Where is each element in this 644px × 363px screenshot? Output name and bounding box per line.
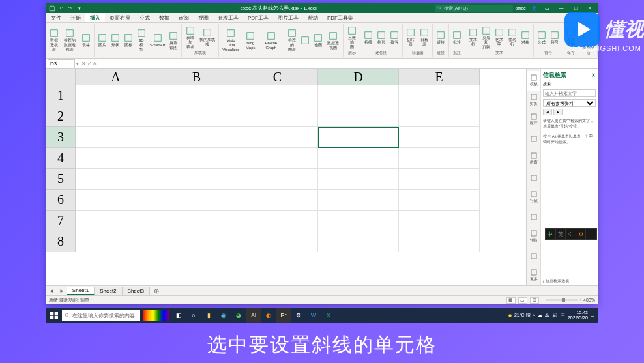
ribbon-options-icon[interactable]: ▭ bbox=[540, 3, 553, 13]
spine-item-5[interactable] bbox=[527, 169, 540, 188]
normal-view-button[interactable]: ▦ bbox=[506, 297, 516, 304]
zoom-level[interactable]: 400% bbox=[583, 298, 595, 302]
cell-B7[interactable] bbox=[156, 211, 237, 231]
row-header-5[interactable]: 5 bbox=[46, 169, 76, 190]
start-button[interactable] bbox=[46, 308, 62, 323]
ribbon-tab-5[interactable]: 数据 bbox=[154, 13, 174, 22]
cell-C3[interactable] bbox=[237, 127, 318, 148]
cancel-formula-icon[interactable]: ✕ bbox=[81, 61, 86, 66]
ribbon-button-0-2[interactable]: 表格 bbox=[80, 25, 92, 56]
col-header-C[interactable]: C bbox=[237, 69, 318, 85]
taskbar-app-wechat[interactable]: ◕ bbox=[231, 308, 246, 323]
task-pane-close-icon[interactable]: ✕ bbox=[591, 72, 596, 78]
cell-E5[interactable] bbox=[399, 169, 480, 190]
ribbon-button-1-4[interactable]: SmartArt bbox=[149, 25, 167, 56]
cell-C8[interactable] bbox=[237, 231, 318, 252]
zoom-out-button[interactable]: − bbox=[542, 298, 544, 302]
ribbon-button-1-0[interactable]: 图片 bbox=[96, 25, 108, 56]
qat-dropdown-icon[interactable]: ▾ bbox=[76, 5, 83, 12]
cell-B3[interactable] bbox=[156, 127, 237, 148]
ribbon-button-0-0[interactable]: 数据透视表 bbox=[48, 25, 60, 56]
ribbon-button-10-2[interactable]: 艺术字 bbox=[493, 25, 505, 50]
ribbon-button-7-0[interactable]: 切片器 bbox=[405, 25, 417, 50]
cell-D3[interactable] bbox=[318, 127, 399, 148]
cell-C6[interactable] bbox=[237, 190, 318, 211]
taskbar-app-cortana[interactable]: ○ bbox=[186, 308, 201, 323]
row-header-6[interactable]: 6 bbox=[46, 190, 76, 211]
name-box[interactable]: D3 bbox=[48, 59, 75, 68]
row-header-2[interactable]: 2 bbox=[46, 106, 76, 127]
spine-item-9[interactable] bbox=[527, 246, 540, 266]
taskbar-search[interactable]: 在这里输入你要搜索的内容 bbox=[62, 310, 140, 321]
cell-C2[interactable] bbox=[237, 106, 318, 127]
search-box[interactable]: 搜索(Alt+Q) bbox=[435, 5, 513, 12]
col-header-D[interactable]: D bbox=[318, 69, 399, 85]
spine-item-2[interactable]: 医疗 bbox=[527, 110, 540, 130]
ribbon-tab-0[interactable]: 文件 bbox=[46, 13, 66, 22]
task-pane-back-button[interactable]: ◄ bbox=[543, 109, 552, 115]
cell-A5[interactable] bbox=[76, 169, 156, 190]
page-break-view-button[interactable]: ⊞ bbox=[530, 297, 539, 304]
cell-A3[interactable] bbox=[76, 127, 156, 148]
zoom-in-button[interactable]: + bbox=[579, 298, 582, 302]
ribbon-tab-1[interactable]: 开始 bbox=[66, 13, 85, 22]
cell-E7[interactable] bbox=[399, 211, 480, 231]
ribbon-button-10-0[interactable]: 文本框 bbox=[467, 25, 479, 50]
sheet-nav-next-icon[interactable]: ► bbox=[57, 288, 67, 294]
zoom-slider[interactable] bbox=[546, 299, 578, 301]
ime-toolbar[interactable]: 中英☾⚙ bbox=[545, 228, 597, 240]
formula-input[interactable] bbox=[100, 59, 598, 68]
ribbon-button-9-0[interactable]: 批注 bbox=[451, 25, 463, 50]
cell-A7[interactable] bbox=[76, 211, 156, 231]
taskbar-widget[interactable] bbox=[143, 310, 169, 321]
ime-button-3[interactable]: ⚙ bbox=[576, 229, 587, 239]
taskbar-app-word[interactable]: W bbox=[306, 308, 321, 323]
tray-chevron-icon[interactable]: ^ bbox=[533, 313, 535, 318]
task-pane-source-select[interactable]: 所有参考资料 bbox=[543, 99, 596, 107]
taskbar-app-explorer[interactable]: ▮ bbox=[201, 308, 216, 323]
cell-D1[interactable] bbox=[318, 85, 399, 106]
cell-D6[interactable] bbox=[318, 190, 399, 211]
ribbon-tab-4[interactable]: 公式 bbox=[135, 13, 154, 22]
cell-B8[interactable] bbox=[156, 231, 237, 252]
ribbon-button-1-3[interactable]: 3D 模型 bbox=[136, 25, 147, 56]
taskbar-app-1[interactable]: Al bbox=[246, 308, 261, 323]
cell-D8[interactable] bbox=[318, 231, 399, 252]
select-all-corner[interactable] bbox=[46, 69, 76, 85]
ribbon-button-4-1[interactable] bbox=[299, 25, 311, 56]
row-header-8[interactable]: 8 bbox=[46, 231, 76, 252]
cell-A1[interactable] bbox=[76, 85, 156, 106]
taskbar-app-excel[interactable]: X bbox=[321, 308, 336, 323]
cell-A2[interactable] bbox=[76, 106, 156, 127]
cell-A4[interactable] bbox=[76, 148, 156, 169]
undo-icon[interactable]: ↶ bbox=[58, 5, 65, 12]
page-layout-view-button[interactable]: ▭ bbox=[518, 297, 527, 304]
cell-C7[interactable] bbox=[237, 211, 318, 231]
cell-E8[interactable] bbox=[399, 231, 480, 252]
save-icon[interactable] bbox=[49, 5, 55, 12]
row-header-4[interactable]: 4 bbox=[46, 148, 76, 169]
notifications-icon[interactable]: ▭ bbox=[591, 313, 595, 318]
ribbon-tab-9[interactable]: PDF工具 bbox=[243, 13, 273, 22]
cell-B5[interactable] bbox=[156, 169, 237, 190]
ribbon-button-4-0[interactable]: 推荐的图表 bbox=[286, 25, 298, 56]
ribbon-button-1-1[interactable]: 形状 bbox=[110, 25, 121, 56]
spine-item-3[interactable] bbox=[527, 130, 540, 149]
cell-A8[interactable] bbox=[76, 231, 156, 252]
redo-icon[interactable]: ↷ bbox=[67, 5, 74, 12]
ime-button-4[interactable] bbox=[586, 229, 596, 239]
ime-button-1[interactable]: 英 bbox=[556, 229, 566, 239]
spreadsheet-grid[interactable]: ABCDE 12345678 ✥ bbox=[46, 69, 526, 285]
ribbon-button-7-1[interactable]: 日程表 bbox=[418, 25, 431, 50]
ribbon-tab-11[interactable]: 帮助 bbox=[303, 13, 323, 22]
taskbar-app-edge[interactable]: ◉ bbox=[216, 308, 231, 323]
taskbar-app-3[interactable]: Pr bbox=[276, 308, 291, 323]
taskbar-app-settings[interactable]: ⚙ bbox=[291, 308, 306, 323]
cell-D2[interactable] bbox=[318, 106, 399, 127]
ribbon-tab-3[interactable]: 页面布局 bbox=[105, 13, 135, 22]
ime-button-2[interactable]: ☾ bbox=[566, 229, 576, 239]
ribbon-button-0-1[interactable]: 推荐的数据透视表 bbox=[61, 25, 79, 56]
cell-E3[interactable] bbox=[399, 127, 480, 148]
ribbon-tab-7[interactable]: 视图 bbox=[194, 13, 213, 22]
ime-button-0[interactable]: 中 bbox=[546, 229, 556, 239]
